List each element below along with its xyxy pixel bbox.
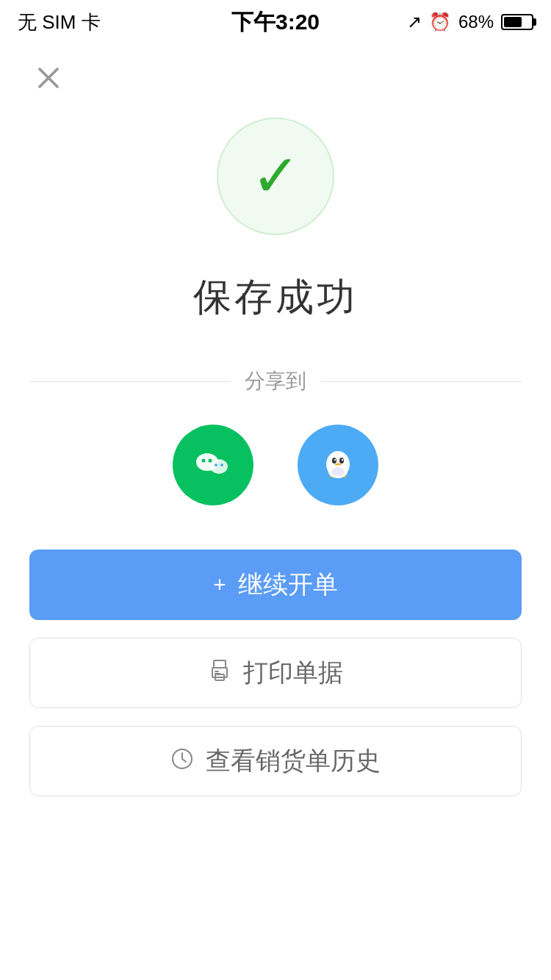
close-button[interactable] xyxy=(29,59,68,97)
svg-point-8 xyxy=(220,464,223,466)
location-icon: ↗ xyxy=(407,12,422,32)
qq-share-button[interactable] xyxy=(298,425,378,505)
continue-order-label: 继续开单 xyxy=(238,568,338,602)
share-icons xyxy=(173,425,378,505)
divider-right xyxy=(321,381,522,382)
share-divider: 分享到 xyxy=(29,367,522,395)
carrier-text: 无 SIM 卡 xyxy=(18,10,101,35)
plus-icon: + xyxy=(213,572,226,597)
battery-percentage: 68% xyxy=(458,12,494,32)
svg-point-5 xyxy=(202,459,206,463)
history-button[interactable]: 查看销货单历史 xyxy=(29,726,522,796)
svg-point-6 xyxy=(209,459,212,463)
svg-point-4 xyxy=(210,459,228,474)
wechat-share-button[interactable] xyxy=(173,425,253,505)
clock-icon xyxy=(170,747,194,776)
actions-container: + 继续开单 打印单据 查看销货单历史 xyxy=(29,550,522,796)
print-button[interactable]: 打印单据 xyxy=(29,638,522,708)
success-title: 保存成功 xyxy=(193,272,358,323)
continue-order-button[interactable]: + 继续开单 xyxy=(29,550,522,620)
print-label: 打印单据 xyxy=(243,656,343,690)
main-content: ✓ 保存成功 分享到 xyxy=(0,44,551,980)
checkmark-icon: ✓ xyxy=(251,147,300,206)
history-label: 查看销货单历史 xyxy=(206,744,381,778)
svg-point-19 xyxy=(331,467,345,476)
divider-left xyxy=(29,381,230,382)
svg-point-12 xyxy=(339,458,344,464)
share-label: 分享到 xyxy=(245,367,306,395)
status-time: 下午3:20 xyxy=(231,7,320,37)
status-left: 无 SIM 卡 xyxy=(18,10,108,35)
svg-point-14 xyxy=(342,459,343,461)
battery-icon xyxy=(501,14,533,30)
success-circle: ✓ xyxy=(217,118,334,235)
qq-icon xyxy=(315,442,361,488)
wechat-icon xyxy=(190,442,236,488)
svg-point-13 xyxy=(334,459,336,461)
svg-point-11 xyxy=(332,458,336,464)
status-bar: 无 SIM 卡 下午3:20 ↗ ⏰ 68% xyxy=(0,0,551,44)
svg-rect-20 xyxy=(214,660,226,668)
alarm-icon: ⏰ xyxy=(429,12,451,32)
print-icon xyxy=(208,659,231,688)
svg-point-7 xyxy=(215,464,217,466)
status-right: ↗ ⏰ 68% xyxy=(407,12,533,32)
